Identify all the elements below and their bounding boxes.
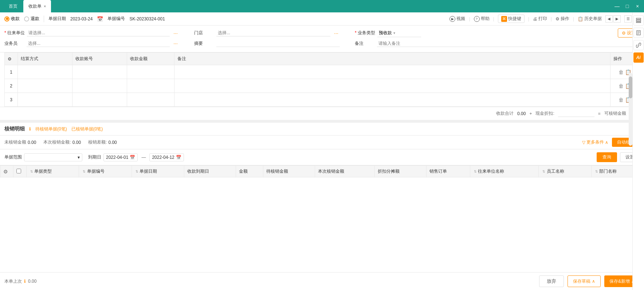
row-3-note[interactable]: [174, 93, 610, 107]
sort-icon-type: ⇅: [30, 170, 33, 173]
more-conditions-btn[interactable]: ▽ 更多条件 ∧: [582, 139, 608, 145]
radio-refund[interactable]: 退款: [24, 16, 39, 22]
summary-row: 收款合计 0.00 + 现金折扣: = 可核销金额 0.00: [0, 107, 644, 120]
video-icon: ▶: [449, 16, 455, 22]
row-3-amount[interactable]: [127, 93, 174, 107]
print-btn[interactable]: 🖨 打印: [533, 16, 547, 22]
carry-value: 0.00: [28, 279, 36, 284]
row-3-payment[interactable]: [18, 93, 72, 107]
date-value[interactable]: 2023-03-24: [70, 16, 93, 21]
tab-close-icon[interactable]: ×: [44, 4, 46, 8]
sort-icon-date: ⇅: [136, 170, 138, 173]
bottom-col-current: 本次核销金额: [315, 166, 375, 177]
svg-rect-1: [636, 20, 641, 21]
abandon-btn[interactable]: 放弃: [539, 275, 564, 287]
close-btn[interactable]: ×: [634, 3, 641, 9]
date-from-input[interactable]: 2022-04-01 📅: [103, 153, 138, 161]
row-2-num: 2: [5, 79, 18, 93]
bottom-col-gear[interactable]: ⚙: [0, 166, 13, 177]
summary-input[interactable]: [216, 40, 340, 47]
tab-home-label: 首页: [9, 3, 17, 9]
col-settings-header[interactable]: ⚙: [5, 53, 18, 65]
bottom-col-discount: 折扣分摊额: [375, 166, 427, 177]
carry-info-icon[interactable]: ℹ: [24, 279, 26, 284]
save-draft-btn[interactable]: 保存草稿 ∧: [568, 275, 601, 287]
date-calendar-icon[interactable]: 📅: [97, 16, 103, 22]
field-div-1: [186, 30, 187, 37]
video-label: 视频: [456, 16, 465, 22]
row-1-delete-icon[interactable]: 🗑: [619, 69, 624, 75]
tab-active[interactable]: 收款单 ×: [23, 0, 51, 12]
hexiao-pending-tab[interactable]: 待核销单据(0笔): [35, 126, 67, 132]
store-more-btn[interactable]: ···: [333, 30, 340, 36]
view-list[interactable]: ☰: [624, 15, 632, 23]
hexiao-summary-row: 未核销金额 0.00 本次核销金额: 0.00 核销差额: 0.00 ▽ 更多条…: [0, 136, 644, 149]
nav-prev[interactable]: ◀: [605, 15, 613, 23]
maximize-btn[interactable]: □: [624, 3, 631, 9]
radio-receipts[interactable]: 收款: [4, 16, 20, 22]
row-1-payment[interactable]: [18, 65, 72, 79]
row-2-payment[interactable]: [18, 79, 72, 93]
operation-btn[interactable]: ⚙ 操作: [555, 16, 569, 22]
calendar-from-icon: 📅: [130, 155, 135, 160]
staff-input[interactable]: [27, 40, 170, 47]
staff-more-btn[interactable]: ···: [172, 40, 179, 46]
toolbar: 收款 退款 单据日期 2023-03-24 📅 单据编号 SK-20230324…: [0, 12, 644, 26]
sidebar-link-icon[interactable]: [633, 40, 644, 50]
tab-home[interactable]: 首页: [3, 0, 23, 12]
diff-value: 0.00: [108, 140, 117, 145]
range-select[interactable]: ▾: [24, 153, 82, 161]
shortcut-btn[interactable]: ⌘ 快捷键: [498, 15, 525, 23]
business-type-select[interactable]: 预收款 ▾: [377, 29, 421, 37]
scroll-thumb[interactable]: [629, 77, 632, 98]
current-amount-item: 本次核销金额: 0.00: [43, 139, 81, 145]
col-pending-label: 待核销金额: [266, 169, 288, 174]
query-btn[interactable]: 查询: [597, 152, 617, 162]
bottom-col-checkbox[interactable]: [13, 166, 27, 177]
main-container: 收款 退款 单据日期 2023-03-24 📅 单据编号 SK-20230324…: [0, 12, 644, 290]
operation-icon: ⚙: [555, 16, 559, 21]
store-input[interactable]: [216, 30, 330, 36]
col-account-header: 收款账号: [72, 53, 127, 65]
field-div-3: [186, 40, 187, 47]
row-2-note[interactable]: [174, 79, 610, 93]
row-2-delete-icon[interactable]: 🗑: [619, 83, 624, 89]
row-1-num: 1: [5, 65, 18, 79]
minimize-btn[interactable]: —: [613, 3, 621, 9]
note-input[interactable]: [377, 40, 640, 47]
sidebar-ai-btn[interactable]: Ai: [633, 52, 644, 63]
number-label: 单据编号: [107, 16, 125, 22]
select-all-checkbox[interactable]: [16, 169, 21, 173]
hexiao-info-icon[interactable]: ℹ: [29, 126, 31, 132]
sort-icon-staff: ⇅: [542, 170, 545, 173]
field-div-2: [347, 30, 347, 37]
hexiao-header: 核销明细 ℹ 待核销单据(0笔) 已核销单据(0笔): [0, 123, 644, 136]
history-btn[interactable]: 📋 历史单据: [578, 16, 602, 22]
row-1-note[interactable]: [174, 65, 610, 79]
store-field: 门店 ···: [194, 30, 340, 36]
more-conditions-arrow: ∧: [605, 140, 608, 145]
counterparty-more-btn[interactable]: ···: [172, 30, 179, 36]
video-btn[interactable]: ▶ 视频: [449, 16, 465, 22]
row-3-delete-icon[interactable]: 🗑: [619, 97, 624, 103]
counterparty-input[interactable]: [27, 30, 170, 36]
discount-input[interactable]: [558, 110, 594, 117]
row-1-amount[interactable]: [127, 65, 174, 79]
row-1-account[interactable]: [72, 65, 127, 79]
save-new-label: 保存&新增: [609, 278, 630, 285]
col-amount-label: 收款金额: [130, 56, 148, 61]
help-icon: ?: [474, 16, 480, 22]
row-3-account[interactable]: [72, 93, 127, 107]
row-2-amount[interactable]: [127, 79, 174, 93]
row-2-account[interactable]: [72, 79, 127, 93]
scroll-track[interactable]: [629, 73, 632, 146]
hexiao-done-tab[interactable]: 已核销单据(0笔): [71, 126, 103, 132]
help-btn[interactable]: ? 帮助: [474, 16, 490, 22]
date-to-input[interactable]: 2022-04-12 📅: [149, 153, 184, 161]
filter-icon: ▽: [582, 140, 585, 145]
nav-next[interactable]: ▶: [613, 15, 621, 23]
sidebar-doc-icon[interactable]: [633, 28, 644, 38]
bottom-gear-icon: ⚙: [3, 169, 8, 175]
equals-sign: =: [598, 111, 601, 116]
sidebar-table-icon[interactable]: [633, 15, 644, 26]
